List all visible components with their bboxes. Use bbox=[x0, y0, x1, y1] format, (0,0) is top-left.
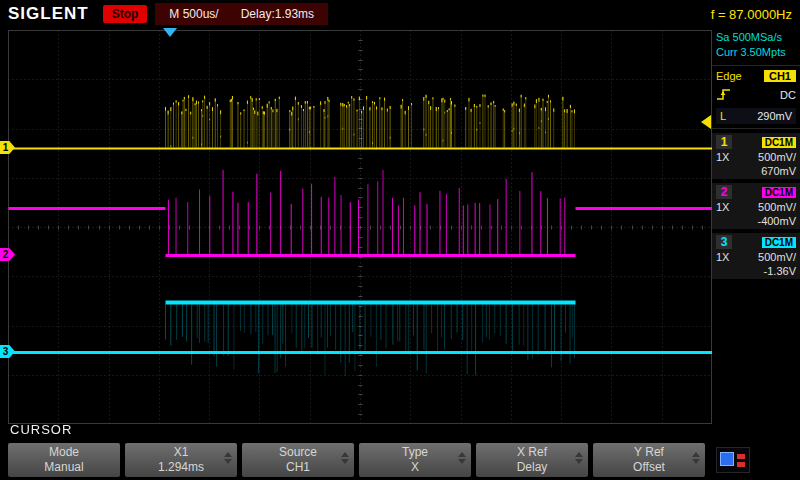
waveform-display bbox=[8, 30, 712, 424]
menu-button-label: Source bbox=[242, 445, 354, 460]
updown-arrows-icon bbox=[575, 452, 583, 464]
channel2-number: 2 bbox=[716, 185, 732, 199]
trigger-level-value: 290mV bbox=[757, 110, 792, 122]
menu-button-mode[interactable]: Mode Manual bbox=[8, 443, 120, 477]
menu-button-xref[interactable]: X Ref Delay bbox=[476, 443, 588, 477]
channel1-coupling-badge: DC1M bbox=[762, 137, 796, 148]
timebase-strip: M 500us/ Delay:1.93ms bbox=[155, 3, 328, 25]
acquisition-info: Sa 500MSa/s Curr 3.50Mpts bbox=[712, 29, 800, 61]
channel1-scale: 500mV/ bbox=[758, 151, 796, 163]
frequency-counter: f = 87.0000Hz bbox=[711, 7, 792, 22]
channel1-info-panel[interactable]: 1 DC1M 1X 500mV/ 670mV bbox=[712, 133, 800, 179]
menu-button-value: Manual bbox=[8, 460, 120, 474]
memory-depth: Curr 3.50Mpts bbox=[716, 45, 796, 60]
updown-arrows-icon bbox=[458, 452, 466, 464]
menu-button-value: X bbox=[359, 460, 471, 474]
menu-button-type[interactable]: Type X bbox=[359, 443, 471, 477]
menu-button-x1[interactable]: X1 1.294ms bbox=[125, 443, 237, 477]
channel2-coupling-badge: DC1M bbox=[762, 187, 796, 198]
channel3-number: 3 bbox=[716, 235, 732, 249]
menu-button-value: CH1 bbox=[242, 460, 354, 474]
trigger-delay-value[interactable]: Delay:1.93ms bbox=[241, 7, 314, 21]
channel3-offset: -1.36V bbox=[716, 265, 796, 277]
trigger-coupling: DC bbox=[780, 89, 796, 101]
channel2-info-panel[interactable]: 2 DC1M 1X 500mV/ -400mV bbox=[712, 183, 800, 229]
brand-logo: SIGLENT bbox=[8, 4, 89, 24]
trigger-source-badge: CH1 bbox=[764, 70, 796, 82]
trigger-level-label: L bbox=[720, 110, 726, 122]
menu-button-label: Type bbox=[359, 445, 471, 460]
menu-button-source[interactable]: Source CH1 bbox=[242, 443, 354, 477]
menu-button-label: X Ref bbox=[476, 445, 588, 460]
menu-button-label: Y Ref bbox=[593, 445, 705, 460]
top-status-bar: SIGLENT Stop M 500us/ Delay:1.93ms f = 8… bbox=[0, 0, 800, 28]
oscilloscope-screen: SIGLENT Stop M 500us/ Delay:1.93ms f = 8… bbox=[0, 0, 800, 480]
menu-title: CURSOR bbox=[10, 422, 72, 437]
trigger-level-row: L 290mV bbox=[716, 108, 796, 124]
updown-arrows-icon bbox=[692, 452, 700, 464]
status-block-icon bbox=[737, 462, 745, 467]
updown-arrows-icon bbox=[341, 452, 349, 464]
channel2-offset: -400mV bbox=[716, 215, 796, 227]
storage-status-icon[interactable] bbox=[716, 447, 750, 473]
menu-button-value: Offset bbox=[593, 460, 705, 474]
channel1-offset: 670mV bbox=[716, 165, 796, 177]
usb-block-icon bbox=[720, 452, 734, 466]
trigger-type: Edge bbox=[716, 70, 742, 82]
softkey-menu: Mode Manual X1 1.294ms Source CH1 Type X… bbox=[8, 443, 705, 477]
menu-button-label: X1 bbox=[125, 445, 237, 460]
rising-edge-icon bbox=[716, 87, 732, 103]
menu-button-label: Mode bbox=[8, 445, 120, 460]
channel3-scale: 500mV/ bbox=[758, 251, 796, 263]
channel1-probe: 1X bbox=[716, 151, 729, 163]
menu-button-value: Delay bbox=[476, 460, 588, 474]
sample-rate: Sa 500MSa/s bbox=[716, 30, 796, 45]
channel3-info-panel[interactable]: 3 DC1M 1X 500mV/ -1.36V bbox=[712, 233, 800, 279]
menu-button-yref[interactable]: Y Ref Offset bbox=[593, 443, 705, 477]
trigger-info-panel[interactable]: Edge CH1 DC L 290mV bbox=[712, 65, 800, 129]
run-stop-status-badge[interactable]: Stop bbox=[103, 5, 148, 23]
updown-arrows-icon bbox=[224, 452, 232, 464]
waveform-canvas bbox=[8, 30, 712, 424]
channel2-probe: 1X bbox=[716, 201, 729, 213]
timebase-value[interactable]: M 500us/ bbox=[169, 7, 218, 21]
trigger-position-marker[interactable] bbox=[163, 28, 177, 37]
status-block-icon bbox=[737, 454, 745, 459]
channel3-probe: 1X bbox=[716, 251, 729, 263]
trigger-level-marker[interactable] bbox=[701, 115, 711, 129]
channel1-number: 1 bbox=[716, 135, 732, 149]
channel2-scale: 500mV/ bbox=[758, 201, 796, 213]
right-sidebar: Sa 500MSa/s Curr 3.50Mpts Edge CH1 DC L … bbox=[712, 29, 800, 279]
menu-button-value: 1.294ms bbox=[125, 460, 237, 474]
channel3-coupling-badge: DC1M bbox=[762, 237, 796, 248]
